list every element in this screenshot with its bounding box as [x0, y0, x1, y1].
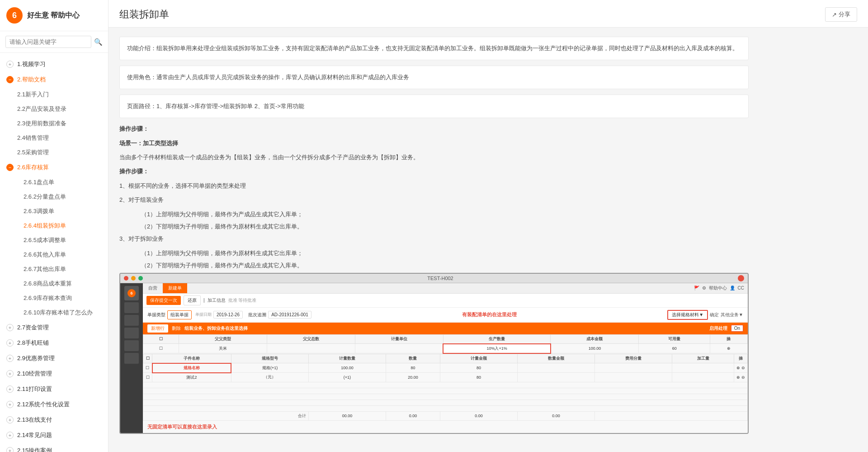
lrow-checkbox-1[interactable]: ☐ [143, 363, 152, 373]
footer-total: 00.00 [308, 411, 386, 420]
sidebar-item-2-6-7[interactable]: 2.6.7其他出库单 [0, 262, 108, 276]
intro-block-1: 功能介绍：组装拆卸单用来处理企业组装或拆卸等加工业务，支持有固定装配清单的产品加… [119, 37, 749, 60]
lrow-qty-unit-2: (+1) [308, 373, 386, 382]
sidebar-logo: 6 好生意 帮助中心 [0, 0, 108, 31]
footer-label: 合计 [143, 411, 309, 420]
lcol-checkbox: ☐ [143, 354, 152, 363]
sidebar-item-2-6-1[interactable]: 2.6.1盘点单 [0, 175, 108, 190]
sidebar-item-2-7[interactable]: + 2.7资金管理 [0, 320, 108, 335]
sidebar-item-video[interactable]: + 1.视频学习 [0, 57, 108, 72]
app-tab-new[interactable]: 新建单 [163, 283, 187, 293]
form-label-date: 单据日期 [195, 312, 212, 318]
app-sidebar-icon-2[interactable] [124, 302, 139, 313]
col-header-parent-total: 父父总数 [267, 334, 355, 344]
window-close-btn[interactable] [124, 276, 128, 281]
lrow-amount-1 [517, 363, 594, 373]
form-value-date[interactable]: 2019-12-26 [213, 311, 243, 319]
lrow-cost-2 [594, 373, 672, 382]
intro-block-2: 使用角色：通常由生产人员或库管人员完成拆装业务的操作，库管人员确认原材料的出库和… [119, 66, 749, 89]
app-body: 6 自营 新建单 [120, 283, 748, 433]
sidebar-item-2-11[interactable]: + 2.11打印设置 [0, 381, 108, 397]
app-btn-confirm[interactable]: 确定 [710, 312, 719, 318]
sidebar-item-2-3[interactable]: 2.3使用前数据准备 [0, 116, 108, 131]
expand-icon-2-11: + [6, 385, 14, 393]
sidebar-item-2-12[interactable]: + 2.12系统个性化设置 [0, 397, 108, 412]
form-label-batch: 批次追溯 [248, 312, 266, 318]
row-prod-qty[interactable]: 10%入+1% [443, 344, 551, 353]
lrow-spec-1: 规格(+1) [231, 363, 308, 373]
sidebar-item-2-6-5[interactable]: 2.6.5成本调整单 [0, 233, 108, 247]
row-ops[interactable]: ⊕ [710, 344, 747, 353]
lcol-ops: 操 [734, 354, 748, 363]
app-sidebar-icon-6[interactable] [124, 353, 139, 364]
app-close-icon[interactable] [738, 275, 744, 281]
sidebar-item-2-2[interactable]: 2.2产品安装及登录 [0, 102, 108, 116]
app-upper-table: ☐ 父父类型 父父总数 计量单位 生产数量 成本金额 可用量 操 [143, 334, 748, 354]
window-maximize-btn[interactable] [138, 276, 143, 281]
sidebar-item-2-4[interactable]: 2.4销售管理 [0, 131, 108, 145]
lower-table-footer: 合计 00.00 0.00 0.00 0.00 [143, 411, 748, 420]
app-tab-zizying[interactable]: 自营 [143, 283, 163, 293]
app-btn-add-row[interactable]: 新增行 [147, 324, 168, 333]
expand-icon-2-9: + [6, 355, 14, 362]
sidebar-item-2-15[interactable]: + 2.15操作案例 [0, 443, 108, 452]
sidebar: 6 好生意 帮助中心 🔍 + 1.视频学习 − 2.帮助文档 2.1新手入门 2… [0, 0, 108, 452]
app-toolbar: 保存提交一次 还原 | 加工信息 批准 等待批准 [143, 294, 748, 308]
sidebar-item-2-14[interactable]: + 2.14常见问题 [0, 428, 108, 443]
lrow-ops-2[interactable]: ⊕ ⊖ [734, 373, 748, 382]
app-btn-save-submit[interactable]: 保存提交一次 [146, 296, 181, 305]
sidebar-label-2-6: 2.6库存核算 [17, 163, 49, 171]
sidebar-item-docs[interactable]: − 2.帮助文档 [0, 72, 108, 87]
row-checkbox[interactable]: ☐ [143, 344, 179, 353]
intro-text-2: 使用角色：通常由生产人员或库管人员完成拆装业务的操作，库管人员确认原材料的出库和… [127, 74, 409, 81]
app-btn-restore[interactable]: 还原 [184, 295, 201, 305]
steps-intro-label: 操作步骤： [119, 168, 149, 175]
sidebar-label-docs: 2.帮助文档 [17, 76, 46, 84]
lcol-spec: 规格型号 [231, 354, 308, 363]
lrow-ops-1[interactable]: ⊕ ⊖ [734, 363, 748, 373]
search-input[interactable] [5, 36, 91, 48]
sidebar-item-2-8[interactable]: + 2.8手机旺铺 [0, 335, 108, 351]
window-minimize-btn[interactable] [131, 276, 136, 281]
search-icon[interactable]: 🔍 [94, 38, 103, 46]
app-toolbar-approve-info: 批准 等待批准 [228, 297, 257, 304]
sidebar-item-2-9[interactable]: + 2.9优惠券管理 [0, 351, 108, 366]
app-sidebar-icon-5[interactable] [124, 340, 139, 351]
sidebar-item-2-6-8[interactable]: 2.6.8商品成本重算 [0, 276, 108, 291]
sidebar-item-2-6-6[interactable]: 2.6.6其他入库单 [0, 247, 108, 262]
expand-icon-docs: − [6, 76, 14, 83]
lrow-checkbox-2[interactable]: ☐ [143, 373, 152, 382]
row-parent-type: 关米 [179, 344, 267, 353]
sidebar-item-2-6-4[interactable]: 2.6.4组装拆卸单 [0, 219, 108, 233]
sidebar-item-2-6-9[interactable]: 2.6.9库存账本查询 [0, 291, 108, 305]
app-sidebar-icon-1[interactable]: 6 [124, 286, 139, 300]
sidebar-item-2-6-2[interactable]: 2.6.2分量盘点单 [0, 190, 108, 204]
sidebar-item-2-5[interactable]: 2.5采购管理 [0, 145, 108, 160]
lcol-amount: 数量金额 [517, 354, 594, 363]
sidebar-label-2-14: 2.14常见问题 [17, 431, 52, 439]
col-header-cost: 成本金额 [551, 334, 639, 344]
app-btn-delete[interactable]: 删除 [172, 325, 181, 332]
share-button[interactable]: ↗ 分享 [825, 7, 857, 22]
col-header-unit: 计量单位 [355, 334, 443, 344]
app-window-title: TEST-H002 [146, 276, 735, 281]
app-btn-other-actions[interactable]: 其他业务▼ [721, 312, 743, 318]
sidebar-item-2-6-3[interactable]: 2.6.3调拨单 [0, 204, 108, 219]
app-btn-select-spec[interactable]: 选择规格材料▼ [667, 310, 708, 320]
app-sidebar-icon-4[interactable] [124, 328, 139, 338]
sidebar-item-2-13[interactable]: + 2.13在线支付 [0, 412, 108, 428]
annotation-enable: 启用处理 [709, 325, 727, 332]
sidebar-item-2-10[interactable]: + 2.10经营管理 [0, 366, 108, 381]
app-sidebar-icon-3[interactable] [124, 315, 139, 326]
form-value-type[interactable]: 组装单据 [167, 310, 192, 319]
lrow-cost-1 [594, 363, 672, 373]
intro-block-3: 页面路径：1、库存核算->库存管理->组装拆卸单 2、首页->常用功能 [119, 95, 749, 118]
form-value-batch[interactable]: AD-20191226-001 [268, 311, 311, 319]
share-icon: ↗ [832, 11, 837, 18]
table-row [143, 382, 748, 388]
app-toggle-enable[interactable]: On [731, 325, 743, 332]
sidebar-item-2-6-10[interactable]: 2.6.10库存账本错了怎么办 [0, 305, 108, 320]
sidebar-item-2-6[interactable]: − 2.6库存核算 [0, 160, 108, 175]
sidebar-item-2-1[interactable]: 2.1新手入门 [0, 87, 108, 102]
lcol-cost-share: 费用分量 [594, 354, 672, 363]
